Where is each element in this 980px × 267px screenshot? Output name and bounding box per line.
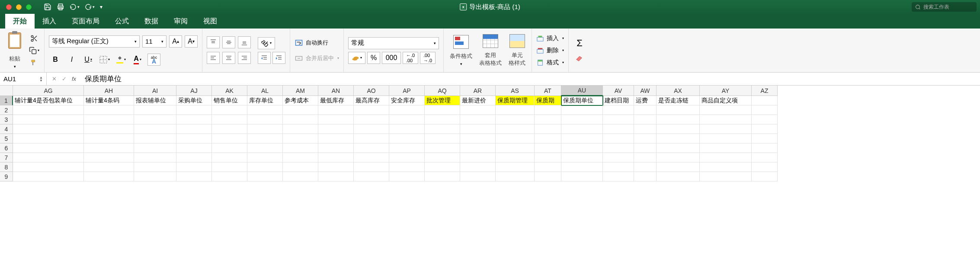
cell-AQ3[interactable] xyxy=(425,115,460,124)
cell-AL3[interactable] xyxy=(247,115,283,124)
column-header-AG[interactable]: AG xyxy=(13,86,84,96)
cell-AP9[interactable] xyxy=(389,172,425,181)
cell-AX3[interactable] xyxy=(657,115,700,124)
tab-review[interactable]: 审阅 xyxy=(166,13,195,29)
cell-AH4[interactable] xyxy=(84,124,134,134)
cell-AQ9[interactable] xyxy=(425,172,460,181)
format-painter-button[interactable] xyxy=(29,58,40,67)
cell-AG1[interactable]: 辅计量4是否包装单位 xyxy=(13,96,84,105)
cell-AX4[interactable] xyxy=(657,124,700,134)
name-box[interactable]: AU1 ▲▼ xyxy=(0,73,47,85)
merge-center-button[interactable]: 合并后居中 ▾ xyxy=(295,52,339,65)
cell-AV5[interactable] xyxy=(603,134,634,143)
column-header-AH[interactable]: AH xyxy=(84,86,134,96)
cell-AR5[interactable] xyxy=(460,134,496,143)
align-middle-button[interactable] xyxy=(222,36,235,48)
cell-AX8[interactable] xyxy=(657,162,700,172)
decrease-decimal-button[interactable]: .00→.0 xyxy=(420,52,436,64)
cell-AG5[interactable] xyxy=(13,134,84,143)
row-header-5[interactable]: 5 xyxy=(0,134,13,143)
cell-AI1[interactable]: 报表辅单位 xyxy=(134,96,176,105)
cell-AK9[interactable] xyxy=(212,172,247,181)
cell-AN6[interactable] xyxy=(318,143,354,153)
cell-AW7[interactable] xyxy=(634,153,657,162)
column-header-AQ[interactable]: AQ xyxy=(425,86,460,96)
cell-AW2[interactable] xyxy=(634,105,657,115)
cell-AY4[interactable] xyxy=(700,124,752,134)
cell-AY5[interactable] xyxy=(700,134,752,143)
cell-AP3[interactable] xyxy=(389,115,425,124)
cell-AK1[interactable]: 销售单位 xyxy=(212,96,247,105)
cell-AH9[interactable] xyxy=(84,172,134,181)
cell-AL8[interactable] xyxy=(247,162,283,172)
cell-AT2[interactable] xyxy=(535,105,561,115)
cell-AM6[interactable] xyxy=(283,143,318,153)
cell-AU4[interactable] xyxy=(561,124,603,134)
qat-customize-button[interactable]: ▾ xyxy=(100,4,102,10)
cell-AK8[interactable] xyxy=(212,162,247,172)
column-header-AV[interactable]: AV xyxy=(603,86,634,96)
decrease-indent-button[interactable] xyxy=(258,52,271,64)
cell-AN5[interactable] xyxy=(318,134,354,143)
row-header-4[interactable]: 4 xyxy=(0,124,13,134)
cell-AT3[interactable] xyxy=(535,115,561,124)
select-all-corner[interactable] xyxy=(0,86,13,96)
cell-AS3[interactable] xyxy=(496,115,535,124)
fill-color-button[interactable]: ▾ xyxy=(115,54,128,66)
align-top-button[interactable] xyxy=(207,36,220,48)
column-header-AX[interactable]: AX xyxy=(657,86,700,96)
cell-AS5[interactable] xyxy=(496,134,535,143)
cell-AQ6[interactable] xyxy=(425,143,460,153)
column-header-AN[interactable]: AN xyxy=(318,86,354,96)
column-header-AL[interactable]: AL xyxy=(247,86,283,96)
cell-AX6[interactable] xyxy=(657,143,700,153)
cell-AZ2[interactable] xyxy=(752,105,778,115)
cell-AT7[interactable] xyxy=(535,153,561,162)
borders-button[interactable]: ▾ xyxy=(98,54,111,66)
column-header-AI[interactable]: AI xyxy=(134,86,176,96)
cell-AJ5[interactable] xyxy=(176,134,212,143)
cell-AZ3[interactable] xyxy=(752,115,778,124)
cell-AR4[interactable] xyxy=(460,124,496,134)
cell-AY8[interactable] xyxy=(700,162,752,172)
cell-AR8[interactable] xyxy=(460,162,496,172)
cell-AZ4[interactable] xyxy=(752,124,778,134)
cell-AJ6[interactable] xyxy=(176,143,212,153)
tab-view[interactable]: 视图 xyxy=(195,13,225,29)
cell-AZ7[interactable] xyxy=(752,153,778,162)
cell-AU5[interactable] xyxy=(561,134,603,143)
cell-AI8[interactable] xyxy=(134,162,176,172)
cell-AM5[interactable] xyxy=(283,134,318,143)
column-header-AP[interactable]: AP xyxy=(389,86,425,96)
cell-AM9[interactable] xyxy=(283,172,318,181)
cell-AG9[interactable] xyxy=(13,172,84,181)
cell-AG4[interactable] xyxy=(13,124,84,134)
cell-AI9[interactable] xyxy=(134,172,176,181)
cell-AH2[interactable] xyxy=(84,105,134,115)
cell-AV7[interactable] xyxy=(603,153,634,162)
column-header-AY[interactable]: AY xyxy=(700,86,752,96)
cell-AW6[interactable] xyxy=(634,143,657,153)
cell-AJ9[interactable] xyxy=(176,172,212,181)
cell-AQ7[interactable] xyxy=(425,153,460,162)
cell-AX9[interactable] xyxy=(657,172,700,181)
cell-AO6[interactable] xyxy=(354,143,389,153)
cell-AR1[interactable]: 最新进价 xyxy=(460,96,496,105)
cell-AV2[interactable] xyxy=(603,105,634,115)
cell-AS9[interactable] xyxy=(496,172,535,181)
cell-AO2[interactable] xyxy=(354,105,389,115)
cell-AT1[interactable]: 保质期 xyxy=(535,96,561,105)
cell-AI3[interactable] xyxy=(134,115,176,124)
row-header-2[interactable]: 2 xyxy=(0,105,13,115)
cell-AY6[interactable] xyxy=(700,143,752,153)
cell-AO1[interactable]: 最高库存 xyxy=(354,96,389,105)
row-header-6[interactable]: 6 xyxy=(0,143,13,153)
cell-AO8[interactable] xyxy=(354,162,389,172)
cell-AP5[interactable] xyxy=(389,134,425,143)
cell-AU2[interactable] xyxy=(561,105,603,115)
cell-AV4[interactable] xyxy=(603,124,634,134)
cell-AY1[interactable]: 商品自定义项 xyxy=(700,96,752,105)
cell-AQ1[interactable]: 批次管理 xyxy=(425,96,460,105)
cell-AT4[interactable] xyxy=(535,124,561,134)
cell-AL5[interactable] xyxy=(247,134,283,143)
